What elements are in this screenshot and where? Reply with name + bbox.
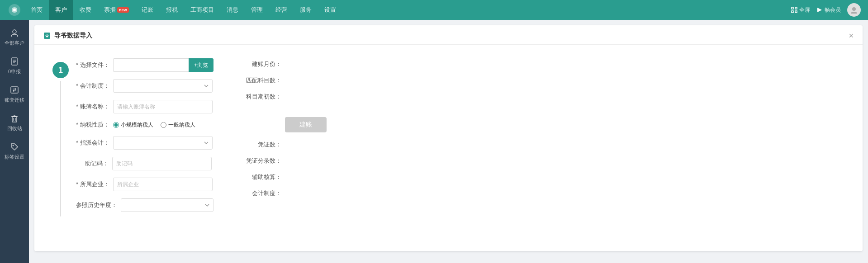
import-icon	[43, 32, 51, 39]
tax-type-small[interactable]: 小规模纳税人	[113, 121, 153, 129]
file-icon	[9, 56, 19, 66]
sidebar-item-transfer[interactable]: 账套迁移	[0, 80, 29, 107]
memo-input[interactable]	[112, 157, 212, 170]
nav-item-accounting[interactable]: 记账	[135, 0, 160, 20]
step-circle: 1	[52, 62, 69, 78]
company-input[interactable]	[113, 178, 213, 191]
sidebar-item-tags[interactable]: 标签设置	[0, 137, 29, 164]
svg-rect-16	[12, 117, 17, 122]
nav-item-tax[interactable]: 报税	[160, 0, 184, 20]
browse-button[interactable]: +浏览	[189, 58, 213, 72]
svg-rect-13	[11, 87, 18, 93]
tax-type-label: * 纳税性质：	[76, 121, 109, 129]
aux-accounting-label: 辅助核算：	[241, 173, 281, 181]
tax-type-general[interactable]: 一般纳税人	[161, 121, 195, 129]
nav-item-bills[interactable]: 票据 new	[98, 0, 135, 20]
history-year-label: 参照历史年度：	[76, 201, 117, 209]
sidebar: 全部客户 0申报	[0, 20, 29, 263]
svg-rect-4	[792, 11, 793, 13]
nav-logo[interactable]	[5, 0, 24, 20]
info-row-aux-accounting: 辅助核算：	[241, 173, 367, 181]
info-row-month: 建账月份：	[241, 60, 367, 68]
info-row-voucher: 凭证数：	[241, 141, 367, 149]
fullscreen-icon	[791, 7, 797, 13]
sidebar-item-zero-declare[interactable]: 0申报	[0, 52, 29, 79]
form-row-history-year: 参照历史年度：	[76, 198, 213, 212]
info-row-voucher-entries: 凭证分录数：	[241, 157, 367, 165]
svg-point-7	[852, 7, 856, 11]
sidebar-item-trash[interactable]: 回收站	[0, 109, 29, 136]
play-icon	[816, 7, 823, 13]
form-row-file: * 选择文件： +浏览	[76, 58, 213, 72]
svg-point-1	[13, 9, 16, 11]
nav-badge-new: new	[117, 7, 129, 13]
form-row-company: * 所属企业：	[76, 178, 213, 191]
nav-item-services[interactable]: 服务	[294, 0, 318, 20]
accountant-select[interactable]	[113, 136, 213, 150]
transfer-icon	[9, 85, 19, 95]
sidebar-label-zero-declare: 0申报	[8, 68, 21, 75]
sidebar-label-all-customers: 全部客户	[5, 40, 24, 47]
history-year-select[interactable]	[121, 198, 213, 212]
main-content: 导爷数据导入 × 1 * 选择文件：	[29, 20, 868, 263]
sidebar-item-all-customers[interactable]: 全部客户	[0, 23, 29, 50]
nav-item-business[interactable]: 工商项目	[184, 0, 220, 20]
info-row-accounting-system-right: 会计制度：	[241, 189, 367, 197]
tag-icon	[9, 142, 19, 152]
memo-label: 助记码：	[76, 160, 109, 168]
svg-point-20	[13, 145, 14, 146]
svg-point-8	[13, 30, 16, 33]
form-row-accounting-system: * 会计制度：	[76, 79, 213, 93]
match-subjects-label: 匹配科目数：	[241, 76, 281, 85]
form-with-step: 1 * 选择文件： +浏览	[52, 58, 213, 216]
nav-item-customers[interactable]: 客户	[49, 0, 73, 20]
info-section: 建账月份： 匹配科目数： 科目期初数： 建账	[241, 58, 367, 216]
nav-item-home[interactable]: 首页	[24, 0, 49, 20]
main-layout: 全部客户 0申报	[0, 20, 868, 263]
form-row-accountant: * 指派会计：	[76, 136, 213, 150]
file-label: * 选择文件：	[76, 61, 109, 69]
svg-rect-2	[792, 7, 793, 9]
info-row-match-subjects: 匹配科目数：	[241, 76, 367, 85]
svg-rect-5	[795, 11, 797, 13]
voucher-label: 凭证数：	[241, 141, 281, 149]
people-icon	[9, 28, 19, 38]
svg-marker-6	[817, 8, 822, 12]
ledger-name-input[interactable]	[113, 100, 213, 113]
nav-item-management[interactable]: 管理	[245, 0, 269, 20]
form-row-ledger-name: * 账簿名称：	[76, 100, 213, 113]
dialog-body: 1 * 选择文件： +浏览	[34, 45, 863, 230]
sidebar-label-trash: 回收站	[7, 125, 22, 132]
dialog-header: 导爷数据导入 ×	[34, 25, 863, 45]
form-fields: * 选择文件： +浏览 * 会计制度：	[76, 58, 213, 212]
subject-initial-label: 科目期初数：	[241, 93, 281, 101]
nav-item-operations[interactable]: 经营	[269, 0, 294, 20]
sidebar-label-tags: 标签设置	[5, 154, 24, 160]
close-button[interactable]: ×	[849, 32, 854, 40]
member-button[interactable]: 畅会员	[816, 6, 841, 14]
accounting-system-label: * 会计制度：	[76, 82, 109, 90]
month-label: 建账月份：	[241, 60, 281, 68]
avatar[interactable]	[847, 3, 861, 17]
ledger-name-label: * 账簿名称：	[76, 103, 109, 111]
dialog-card: 导爷数据导入 × 1 * 选择文件：	[34, 25, 863, 251]
nav-item-messages[interactable]: 消息	[220, 0, 245, 20]
svg-rect-3	[795, 7, 797, 9]
form-row-tax-type: * 纳税性质： 小规模纳税人 一般纳税人	[76, 121, 213, 129]
trash-icon	[9, 113, 19, 123]
accounting-system-right-label: 会计制度：	[241, 189, 281, 197]
sidebar-label-transfer: 账套迁移	[5, 97, 24, 103]
build-button[interactable]: 建账	[285, 117, 327, 132]
file-input[interactable]	[113, 58, 189, 72]
fullscreen-button[interactable]: 全屏	[791, 6, 810, 14]
nav-right: 全屏 畅会员	[791, 3, 868, 17]
nav-item-fees[interactable]: 收费	[73, 0, 98, 20]
company-label: * 所属企业：	[76, 180, 109, 188]
nav-item-settings[interactable]: 设置	[318, 0, 342, 20]
accounting-system-select[interactable]	[113, 79, 213, 93]
top-nav: 首页 客户 收费 票据 new 记账 报税 工商项目 消息 管理 经营 服务 设…	[0, 0, 868, 20]
tax-type-radio-group: 小规模纳税人 一般纳税人	[113, 121, 195, 129]
form-row-memo: 助记码：	[76, 157, 213, 170]
info-row-subject-initial: 科目期初数：	[241, 93, 367, 101]
voucher-entries-label: 凭证分录数：	[241, 157, 281, 165]
